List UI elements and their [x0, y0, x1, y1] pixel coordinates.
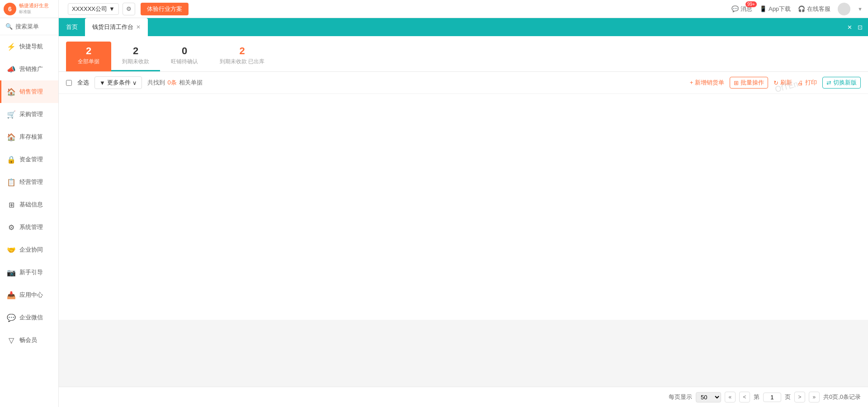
settings-icon: ⚙ — [126, 5, 132, 12]
app-download-btn[interactable]: 📱 App下载 — [760, 5, 791, 13]
refresh-icon: ↻ — [774, 80, 778, 86]
page-size-label: 每页显示 — [669, 393, 692, 401]
sidebar-label-member: 畅会员 — [19, 336, 37, 344]
online-service-btn[interactable]: 🎧 在线客服 — [798, 5, 830, 13]
sidebar: 6 畅捷通好生意 标准版 🔍 搜索菜单 ⚡ 快捷导航 📣 营销推广 🏠 销售管理… — [0, 0, 59, 407]
switch-label: 切换新版 — [833, 79, 857, 87]
operations-icon: 📋 — [7, 178, 16, 187]
sidebar-item-app-center[interactable]: 📥 应用中心 — [0, 284, 58, 306]
print-btn[interactable]: 🖨 打印 — [797, 79, 817, 87]
tab-home[interactable]: 首页 — [59, 18, 85, 36]
sidebar-label-basic-info: 基础信息 — [19, 201, 43, 209]
page-label-prefix: 第 — [754, 393, 760, 401]
sidebar-item-operations[interactable]: 📋 经营管理 — [0, 171, 58, 193]
sidebar-item-inventory[interactable]: 🏠 库存核算 — [0, 126, 58, 148]
refresh-label: 刷新 — [780, 79, 792, 87]
select-all-label: 全选 — [77, 79, 89, 87]
starter-guide-icon: 📷 — [7, 268, 16, 277]
tab-workbench-label: 钱货日清工作台 — [92, 23, 133, 31]
stat-label-all: 全部单据 — [77, 58, 100, 65]
sidebar-item-capital[interactable]: 🔒 资金管理 — [0, 148, 58, 171]
next-page-btn[interactable]: > — [794, 392, 805, 402]
print-icon: 🖨 — [797, 80, 803, 86]
last-page-icon: » — [813, 394, 816, 400]
stat-num-overdue: 2 — [122, 45, 149, 57]
found-suffix: 相关单据 — [179, 79, 203, 86]
sidebar-item-marketing[interactable]: 📣 营销推广 — [0, 58, 58, 80]
top-bar: XXXXXX公司 ▼ ⚙ 体验行业方案 💬 消息 99+ 📱 App下载 🎧 在… — [59, 0, 868, 18]
stat-tab-all[interactable]: 2 全部单据 — [66, 42, 111, 71]
found-prefix: 共找到 — [147, 79, 165, 86]
message-btn[interactable]: 💬 消息 99+ — [731, 5, 752, 13]
chevron-icon: ∨ — [132, 80, 137, 86]
tab-close-icon[interactable]: ✕ — [136, 24, 141, 30]
tab-workbench[interactable]: 钱货日清工作台 ✕ — [85, 18, 148, 36]
stat-num-all: 2 — [77, 45, 100, 57]
stat-tab-pending[interactable]: 0 旺铺待确认 — [160, 42, 209, 71]
logo-sub: 标准版 — [19, 9, 49, 15]
filter-btn[interactable]: ▼ 更多条件 ∨ — [94, 76, 142, 89]
message-icon: 💬 — [731, 5, 739, 12]
sidebar-item-starter-guide[interactable]: 📷 新手引导 — [0, 261, 58, 284]
app-download-label: App下载 — [769, 5, 791, 13]
first-page-btn[interactable]: « — [725, 392, 736, 402]
first-page-icon: « — [729, 394, 732, 400]
prev-page-btn[interactable]: < — [739, 392, 750, 402]
sidebar-item-purchase[interactable]: 🛒 采购管理 — [0, 103, 58, 126]
sidebar-label-system: 系统管理 — [19, 223, 43, 231]
settings-button[interactable]: ⚙ — [123, 3, 135, 15]
online-service-label: 在线客服 — [807, 5, 830, 13]
refresh-btn[interactable]: ↻ 刷新 — [774, 79, 792, 87]
found-text: 共找到 0条 相关单据 — [147, 79, 203, 87]
tab-close-btn[interactable]: ✕ — [847, 24, 852, 31]
new-sale-btn[interactable]: + 新增销货单 — [690, 79, 724, 87]
last-page-btn[interactable]: » — [809, 392, 820, 402]
app-center-icon: 📥 — [7, 290, 16, 299]
sidebar-label-quick-nav: 快捷导航 — [19, 42, 43, 51]
avatar[interactable] — [838, 3, 850, 15]
stats-bar: 2 全部单据 2 到期未收款 0 旺铺待确认 2 到期未收款 已出库 — [59, 36, 868, 72]
user-name[interactable]: ▼ — [858, 6, 863, 12]
experience-btn[interactable]: 体验行业方案 — [141, 3, 189, 15]
sidebar-label-capital: 资金管理 — [19, 155, 43, 164]
main-content: 2 全部单据 2 到期未收款 0 旺铺待确认 2 到期未收款 已出库 全选 ▼ … — [59, 36, 868, 407]
sidebar-label-inventory: 库存核算 — [19, 133, 43, 141]
sidebar-item-quick-nav[interactable]: ⚡ 快捷导航 — [0, 35, 58, 58]
sidebar-item-basic-info[interactable]: ⊞ 基础信息 — [0, 193, 58, 216]
basic-info-icon: ⊞ — [7, 200, 16, 209]
sidebar-label-app-center: 应用中心 — [19, 291, 43, 299]
batch-label: 批量操作 — [741, 79, 764, 87]
sidebar-search[interactable]: 🔍 搜索菜单 — [0, 18, 58, 35]
sidebar-item-system[interactable]: ⚙ 系统管理 — [0, 216, 58, 239]
stat-num-pending: 0 — [171, 45, 198, 57]
stat-tab-overdue-shipped[interactable]: 2 到期未收款 已出库 — [209, 42, 275, 71]
batch-btn[interactable]: ⊞ 批量操作 — [730, 77, 768, 89]
sidebar-item-sales[interactable]: 🏠 销售管理 — [0, 80, 58, 103]
select-all-checkbox[interactable] — [66, 80, 72, 86]
message-badge: 99+ — [745, 1, 757, 7]
enterprise-collab-icon: 🤝 — [7, 245, 16, 254]
tab-maximize-btn[interactable]: ⊡ — [858, 24, 863, 31]
page-number-input[interactable] — [763, 393, 781, 402]
logo-icon: 6 — [4, 3, 16, 15]
switch-btn[interactable]: ⇄ 切换新版 — [822, 77, 861, 89]
sidebar-nav: ⚡ 快捷导航 📣 营销推广 🏠 销售管理 🛒 采购管理 🏠 库存核算 🔒 资金管… — [0, 35, 58, 407]
inventory-icon: 🏠 — [7, 132, 16, 141]
logo-text: 畅捷通好生意 — [19, 3, 49, 9]
sidebar-label-starter-guide: 新手引导 — [19, 268, 43, 276]
page-size-select[interactable]: 50 100 — [696, 392, 721, 402]
enterprise-wechat-icon: 💬 — [7, 313, 16, 322]
nav-tabs: 首页 钱货日清工作台 ✕ ✕ ⊡ — [59, 18, 868, 36]
sidebar-label-marketing: 营销推广 — [19, 65, 43, 73]
company-selector[interactable]: XXXXXX公司 ▼ — [68, 3, 119, 15]
sidebar-item-member[interactable]: ▽ 畅会员 — [0, 329, 58, 351]
stat-tab-overdue[interactable]: 2 到期未收款 — [111, 42, 160, 71]
quick-nav-icon: ⚡ — [7, 42, 16, 51]
sidebar-item-enterprise-collab[interactable]: 🤝 企业协同 — [0, 239, 58, 261]
stat-label-overdue: 到期未收款 — [122, 58, 149, 65]
page-label: 页 — [785, 393, 791, 401]
sidebar-item-enterprise-wechat[interactable]: 💬 企业微信 — [0, 306, 58, 329]
sidebar-label-operations: 经营管理 — [19, 178, 43, 186]
next-page-icon: > — [798, 394, 801, 400]
switch-icon: ⇄ — [826, 80, 831, 86]
